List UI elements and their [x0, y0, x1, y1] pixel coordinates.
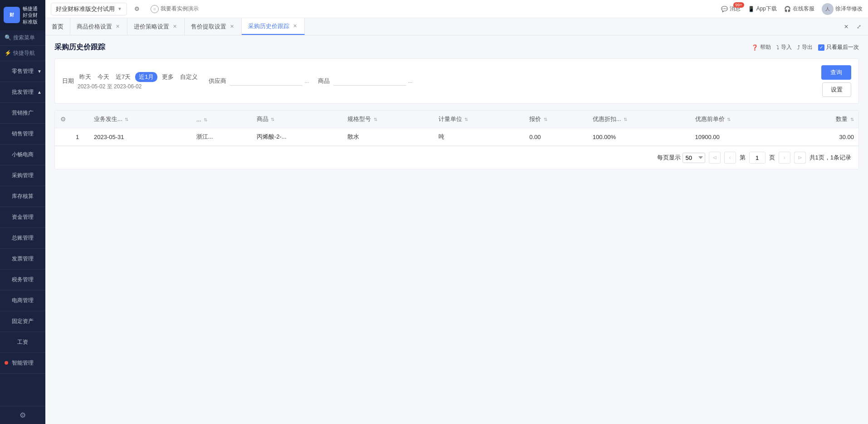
sidebar-item-label: 营销推广 [12, 109, 34, 117]
tab-price-settings[interactable]: 商品价格设置 ✕ [70, 18, 127, 35]
goods-input[interactable] [333, 77, 406, 86]
data-table: ⚙ 业务发生... ⇅ ... ⇅ 商品 ⇅ [55, 111, 858, 146]
query-button[interactable]: 查询 [821, 65, 851, 80]
export-button[interactable]: ⤴ 导出 [797, 43, 813, 51]
sidebar-item-marketing[interactable]: 营销推广 [0, 103, 45, 124]
import-button[interactable]: ⤵ 导入 [776, 43, 792, 51]
sidebar-item-purchase[interactable]: 采购管理 [0, 165, 45, 186]
sidebar-item-sales[interactable]: 销售管理 [0, 124, 45, 145]
settings-button[interactable]: 设置 [822, 82, 851, 97]
sidebar-item-assets[interactable]: 固定资产 [0, 311, 45, 332]
sidebar-logo: 财 畅捷通好业财 标准版 [0, 0, 45, 30]
date-option-custom[interactable]: 自定义 [178, 72, 200, 82]
col-spec-header[interactable]: 规格型号 ⇅ [343, 111, 434, 128]
sidebar-item-invoice[interactable]: 发票管理 [0, 249, 45, 270]
sidebar-item-finance[interactable]: 资金管理 [0, 207, 45, 228]
logo-icon: 财 [4, 7, 20, 23]
sidebar-item-label: 小畅电商 [12, 151, 34, 159]
page-label: 第 [740, 154, 746, 162]
goods-more-icon[interactable]: ... [408, 78, 412, 84]
per-page-label: 每页显示 [657, 154, 681, 162]
supplier-input-wrap: ... [230, 77, 309, 86]
supplier-more-icon[interactable]: ... [304, 78, 309, 84]
sort-icon: ⇅ [544, 117, 547, 122]
sidebar-item-tax[interactable]: 税务管理 [0, 270, 45, 290]
tab-close-icon[interactable]: ✕ [172, 23, 178, 30]
date-option-more[interactable]: 更多 [160, 72, 176, 82]
settings-icon[interactable]: ⚙ [20, 411, 26, 419]
date-option-7days[interactable]: 近7天 [114, 72, 132, 82]
per-page-select[interactable]: 20 50 100 200 [683, 153, 705, 163]
app-download-button[interactable]: 📱 App下载 [748, 5, 777, 13]
tab-price-extract[interactable]: 售价提取设置 ✕ [185, 18, 242, 35]
sidebar-item-inventory[interactable]: 库存核算 [0, 186, 45, 207]
sidebar-search[interactable]: 🔍 搜索菜单 [0, 30, 45, 46]
tab-label: 采购历史价跟踪 [248, 22, 289, 30]
version-selector-text: 好业财标准版交付试用 [56, 5, 115, 13]
sidebar-item-ai[interactable]: 智能管理 [0, 353, 45, 374]
cell-pre-discount-price: 10900.00 [691, 128, 795, 146]
page-number-input[interactable] [749, 152, 766, 164]
help-button[interactable]: ❓ 帮助 [751, 43, 771, 51]
page-last-button[interactable]: ⊳ [794, 152, 806, 164]
date-filter: 日期 昨天 今天 近7天 近1月 更多 自定义 2023-05-02 至 202… [62, 72, 200, 91]
supplier-input[interactable] [230, 77, 302, 86]
sidebar-item-label: 零售管理 [12, 67, 34, 75]
tab-close-icon[interactable]: ✕ [292, 23, 298, 29]
avatar: 人 [822, 3, 834, 15]
sidebar-item-wholesale[interactable]: 批发管理 ▲ [0, 82, 45, 103]
demo-link[interactable]: ○ 我要看实例演示 [151, 5, 199, 13]
col-unit-header[interactable]: 计量单位 ⇅ [434, 111, 525, 128]
content-area: 采购历史价跟踪 ❓ 帮助 ⤵ 导入 ⤴ 导出 只看最后一次 [45, 35, 868, 424]
sidebar-item-ecom[interactable]: 电商管理 [0, 290, 45, 311]
sort-icon: ⇅ [850, 117, 854, 122]
col-goods-header[interactable]: 商品 ⇅ [252, 111, 343, 128]
tab-home[interactable]: 首页 [45, 18, 70, 35]
date-option-1month[interactable]: 近1月 [135, 72, 157, 82]
tab-close-window-button[interactable]: ✕ [841, 21, 852, 32]
col-discount-header[interactable]: 优惠折扣... ⇅ [588, 111, 691, 128]
date-option-yesterday[interactable]: 昨天 [78, 72, 93, 82]
messages-button[interactable]: 💬 消息 99+ [721, 5, 741, 13]
online-service-label: 在线客服 [793, 5, 814, 13]
col-quantity-header[interactable]: 数量 ⇅ [795, 111, 858, 128]
user-menu[interactable]: 人 徐泽华修改 [822, 3, 863, 15]
sidebar-item-ecom-small[interactable]: 小畅电商 [0, 145, 45, 165]
sort-icon: ⇅ [204, 117, 207, 122]
notification-dot [5, 361, 8, 365]
filter-panel: 日期 昨天 今天 近7天 近1月 更多 自定义 2023-05-02 至 202… [54, 58, 859, 104]
main-area: 好业财标准版交付试用 ▼ ⚙ ○ 我要看实例演示 💬 消息 99+ 📱 App下… [45, 0, 868, 424]
col-pre-discount-header[interactable]: 优惠前单价 ⇅ [691, 111, 795, 128]
sort-icon: ⇅ [125, 117, 128, 122]
version-selector[interactable]: 好业财标准版交付试用 ▼ [51, 3, 127, 15]
tab-close-icon[interactable]: ✕ [229, 23, 235, 30]
data-table-wrap: ⚙ 业务发生... ⇅ ... ⇅ 商品 ⇅ [54, 110, 859, 169]
tab-cost-strategy[interactable]: 进价策略设置 ✕ [127, 18, 185, 35]
col-price-header[interactable]: 报价 ⇅ [525, 111, 588, 128]
sidebar-item-salary[interactable]: 工资 [0, 332, 45, 353]
headset-icon: 🎧 [784, 6, 791, 12]
sidebar-item-ledger[interactable]: 总账管理 [0, 228, 45, 249]
tab-purchase-history[interactable]: 采购历史价跟踪 ✕ [242, 18, 305, 35]
online-service-button[interactable]: 🎧 在线客服 [784, 5, 814, 13]
tab-label: 售价提取设置 [191, 23, 226, 31]
col-supplier-header[interactable]: ... ⇅ [192, 111, 252, 128]
sort-icon: ⇅ [374, 117, 377, 122]
page-prev-button[interactable]: ‹ [724, 152, 736, 164]
col-date-header[interactable]: 业务发生... ⇅ [89, 111, 192, 128]
page-suffix: 页 [769, 154, 775, 162]
page-next-button[interactable]: › [779, 152, 790, 164]
sidebar-item-retail[interactable]: 零售管理 ▼ [0, 61, 45, 82]
tab-close-icon[interactable]: ✕ [115, 23, 121, 30]
sidebar-quicknav[interactable]: ⚡ 快捷导航 [0, 46, 45, 61]
only-last-checkbox[interactable] [818, 44, 824, 51]
column-settings-icon[interactable]: ⚙ [60, 116, 66, 123]
date-option-today[interactable]: 今天 [96, 72, 111, 82]
date-options: 昨天 今天 近7天 近1月 更多 自定义 [78, 72, 200, 82]
page-first-button[interactable]: ⊲ [709, 152, 721, 164]
only-last-checkbox-label[interactable]: 只看最后一次 [818, 43, 859, 51]
tab-maximize-button[interactable]: ⤢ [853, 21, 864, 32]
quicknav-icon: ⚡ [5, 50, 11, 56]
cell-goods: 丙烯酸-2-... [252, 128, 343, 146]
topbar-settings-button[interactable]: ⚙ [131, 3, 143, 15]
